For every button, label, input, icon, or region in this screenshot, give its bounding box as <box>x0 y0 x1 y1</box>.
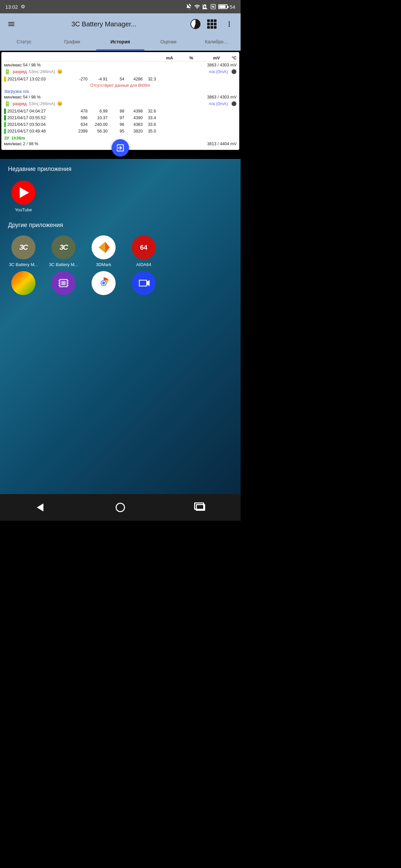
bar-yellow <box>4 76 6 82</box>
discharge-row-1: 🔋 разряд 53m(-266mA) 😐 n/a (0mA) ⚫ <box>4 68 237 75</box>
menu-button[interactable] <box>5 18 18 30</box>
app-item-youtube[interactable]: YouTube <box>7 181 40 212</box>
app-item-beer[interactable] <box>7 271 40 298</box>
status-right: 54 <box>186 4 235 10</box>
notif-icon <box>186 4 192 10</box>
3dmark-label: 3DMark <box>96 262 111 267</box>
app-item-cpu[interactable] <box>47 271 80 298</box>
recent-apps-title: Недавние приложения <box>0 159 240 177</box>
minmax-row-1: мин/макс 54 / 98 % 3863 / 4303 mV <box>4 63 237 67</box>
home-icon <box>116 503 125 512</box>
app-title: 3C Battery Manager... <box>23 20 185 28</box>
cpu-icon <box>52 271 76 295</box>
tab-ratings[interactable]: Оценки <box>144 35 193 51</box>
3c-battery-icon-1: 3C <box>11 235 35 259</box>
aida64-label: AIDA64 <box>136 262 151 267</box>
tab-history[interactable]: История <box>96 35 144 51</box>
app-item-3c1[interactable]: 3C 3C Battery M... <box>7 235 40 267</box>
aida64-icon: 64 <box>132 235 156 259</box>
recent-apps-section: Недавние приложения YouTube Другие прило… <box>0 159 240 494</box>
exit-icon <box>116 143 125 153</box>
nav-bar <box>0 494 240 521</box>
status-time: 13:02 <box>5 4 18 10</box>
tab-bar: Статус График История Оценки Калибро… <box>0 35 240 51</box>
minmax-row-2: мин/макс 54 / 98 % 3863 / 4303 mV <box>4 95 237 99</box>
other-apps-grid: 3C 3C Battery M... 3C 3C Battery M... 3D… <box>0 231 240 271</box>
3c2-label: 3C Battery M... <box>49 262 78 267</box>
app-item-video[interactable] <box>127 271 161 298</box>
other-apps-title: Другие приложения <box>0 216 240 231</box>
sim-icon <box>202 4 208 10</box>
switch-app-button[interactable] <box>112 139 129 157</box>
recent-button[interactable] <box>191 497 210 518</box>
3c1-label: 3C Battery M... <box>9 262 38 267</box>
data-row-2a: 2021/04/17 04:04:27 478 6.99 98 4398 32.… <box>4 108 237 115</box>
svg-rect-4 <box>61 281 65 285</box>
back-icon <box>37 503 44 512</box>
bar-green <box>4 108 6 114</box>
grid-button[interactable] <box>206 18 218 30</box>
recent-icon <box>196 504 205 511</box>
other-apps-grid-2 <box>0 271 240 302</box>
status-bar: 13:02 ⚙ 54 <box>0 0 240 13</box>
data-row-2c: 2021/04/17 03:50:04 634 240.00 96 4383 3… <box>4 121 237 128</box>
pie-chart-icon[interactable] <box>191 19 200 29</box>
home-button[interactable] <box>110 497 130 518</box>
battery-fill <box>219 5 226 8</box>
table-header: mA % mV °C <box>4 55 237 61</box>
svg-marker-16 <box>147 280 150 286</box>
svg-marker-15 <box>139 280 147 286</box>
3c-battery-icon-2: 3C <box>52 235 76 259</box>
wifi-icon <box>194 4 200 10</box>
data-row-2d: 2021/04/17 03:49:48 2399 56.30 95 3820 3… <box>4 128 237 134</box>
4g-icon <box>210 4 216 10</box>
battery-panel: mA % mV °C мин/макс 54 / 98 % 3863 / 430… <box>1 52 239 150</box>
3dmark-icon <box>91 235 116 259</box>
tab-status[interactable]: Статус <box>0 35 48 51</box>
battery-icon <box>218 4 228 9</box>
youtube-label: YouTube <box>15 207 32 212</box>
app-item-3c2[interactable]: 3C 3C Battery M... <box>47 235 80 267</box>
video-icon <box>132 271 156 295</box>
youtube-icon <box>11 181 35 205</box>
back-button[interactable] <box>30 497 50 518</box>
settings-icon: ⚙ <box>21 4 25 10</box>
tab-calibration[interactable]: Калибро… <box>193 35 240 51</box>
svg-point-14 <box>102 282 105 285</box>
beer-icon <box>11 271 35 295</box>
status-left: 13:02 ⚙ <box>5 4 25 10</box>
data-row-1: 2021/04/17 13:02:03 -270 -4.91 54 4286 3… <box>4 76 237 83</box>
app-item-3dmark[interactable]: 3DMark <box>87 235 120 267</box>
app-item-aida64[interactable]: 64 AIDA64 <box>127 235 161 267</box>
battery-percent: 54 <box>230 4 235 10</box>
chrome-icon <box>91 271 116 295</box>
load-label: Загрузка n/a <box>4 89 237 94</box>
recent-apps-grid: YouTube <box>0 177 240 216</box>
data-row-2b: 2021/04/17 03:55:52 596 10.37 97 4390 33… <box>4 115 237 121</box>
missing-data-text: Отсутствуют данные для 8h00m <box>4 83 237 88</box>
more-button[interactable] <box>223 18 235 30</box>
tab-graph[interactable]: График <box>48 35 96 51</box>
discharge-row-2: 🔋 разряд 53m(-266mA) 😐 n/a (0mA) ⚫ <box>4 100 237 107</box>
grid-icon <box>207 19 217 29</box>
app-bar: 3C Battery Manager... <box>0 13 240 35</box>
app-item-chrome[interactable] <box>87 271 120 298</box>
